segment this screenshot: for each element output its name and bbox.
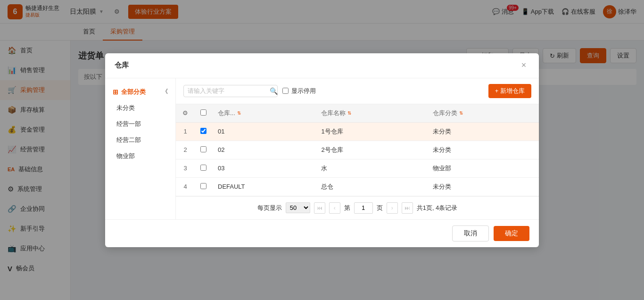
sort-code-icon[interactable]: ⇅ [237,110,241,116]
total-label: 共1页, 4条记录 [417,204,458,212]
th-name: 仓库名称 ⇅ [315,104,427,123]
modal-toolbar: 🔍 显示停用 + 新增仓库 [176,78,539,104]
row-checkbox-cell [195,159,212,177]
row-category: 未分类 [427,141,539,159]
table-row[interactable]: 1 01 1号仓库 未分类 [176,122,539,141]
category-item-property[interactable]: 物业部 [105,148,175,164]
row-num: 2 [176,141,195,159]
modal-header: 仓库 × [105,53,539,78]
modal-title: 仓库 [115,61,129,70]
all-categories-label: 全部分类 [121,88,146,96]
cancel-button[interactable]: 取消 [452,225,489,242]
th-settings: ⚙ [176,104,195,123]
first-page-button[interactable]: ⏮ [314,202,325,214]
row-num: 3 [176,159,195,177]
th-code: 仓库... ⇅ [212,104,315,123]
show-disabled-label: 显示停用 [291,87,316,95]
warehouse-table: ⚙ 仓库... ⇅ [176,104,539,196]
modal-right-content: 🔍 显示停用 + 新增仓库 ⚙ [176,78,539,219]
search-input[interactable] [188,87,267,94]
row-checkbox-cell [195,177,212,196]
modal-body: ⊞ 全部分类 《 未分类 经营一部 经营二部 物业部 🔍 [105,78,539,219]
th-code-label: 仓库... [218,109,235,117]
th-name-label: 仓库名称 [321,109,346,117]
pagination: 每页显示 10 20 50 100 ⏮ ‹ 第 页 › ⏭ 共1页, 4条记录 [176,196,539,219]
row-num: 4 [176,177,195,196]
category-item-dept2[interactable]: 经营二部 [105,132,175,148]
per-page-select[interactable]: 10 20 50 100 [286,202,310,213]
row-num: 1 [176,122,195,141]
table-row[interactable]: 4 DEFAULT 总仓 未分类 [176,177,539,196]
search-box: 🔍 [183,85,278,97]
table-row[interactable]: 3 03 水 物业部 [176,159,539,177]
row-category: 物业部 [427,159,539,177]
per-page-label: 每页显示 [257,204,282,212]
all-categories-item[interactable]: ⊞ 全部分类 《 [105,84,175,100]
next-page-button[interactable]: › [387,202,398,214]
category-item-unclassified[interactable]: 未分类 [105,100,175,116]
row-code: 02 [212,141,315,159]
row-code: DEFAULT [212,177,315,196]
row-category: 未分类 [427,177,539,196]
row-name: 水 [315,159,427,177]
row-checkbox[interactable] [200,128,206,134]
show-disabled-input[interactable] [282,88,289,94]
modal-overlay[interactable]: 仓库 × ⊞ 全部分类 《 未分类 经营一部 经营二部 物业部 [0,0,644,300]
th-category: 仓库分类 ⇅ [427,104,539,123]
add-warehouse-button[interactable]: + 新增仓库 [488,84,531,98]
page-unit: 页 [377,204,383,212]
modal-warehouse: 仓库 × ⊞ 全部分类 《 未分类 经营一部 经营二部 物业部 [105,53,539,247]
row-checkbox[interactable] [200,183,206,189]
row-checkbox[interactable] [200,146,206,152]
ok-button[interactable]: 确定 [494,226,529,241]
row-code: 01 [212,122,315,141]
row-name: 1号仓库 [315,122,427,141]
row-checkbox-cell [195,122,212,141]
table-row[interactable]: 2 02 2号仓库 未分类 [176,141,539,159]
show-disabled-checkbox[interactable]: 显示停用 [282,87,316,95]
th-checkbox [195,104,212,123]
row-checkbox-cell [195,141,212,159]
sort-category-icon[interactable]: ⇅ [459,110,463,116]
category-item-dept1[interactable]: 经营一部 [105,116,175,132]
last-page-button[interactable]: ⏭ [402,202,413,214]
collapse-icon[interactable]: 《 [162,88,168,96]
prev-page-button[interactable]: ‹ [329,202,340,214]
row-name: 2号仓库 [315,141,427,159]
row-category: 未分类 [427,122,539,141]
table-header-row: ⚙ 仓库... ⇅ [176,104,539,123]
sort-name-icon[interactable]: ⇅ [347,110,351,116]
row-code: 03 [212,159,315,177]
select-all-checkbox[interactable] [200,109,206,116]
page-label: 第 [344,204,350,212]
grid-icon: ⊞ [113,88,118,96]
category-panel: ⊞ 全部分类 《 未分类 经营一部 经营二部 物业部 [105,78,176,219]
row-name: 总仓 [315,177,427,196]
th-category-label: 仓库分类 [433,109,457,117]
search-icon[interactable]: 🔍 [270,87,278,95]
modal-footer: 取消 确定 [105,219,539,247]
modal-close-button[interactable]: × [518,60,529,71]
row-checkbox[interactable] [200,165,206,171]
page-input[interactable] [354,202,373,214]
